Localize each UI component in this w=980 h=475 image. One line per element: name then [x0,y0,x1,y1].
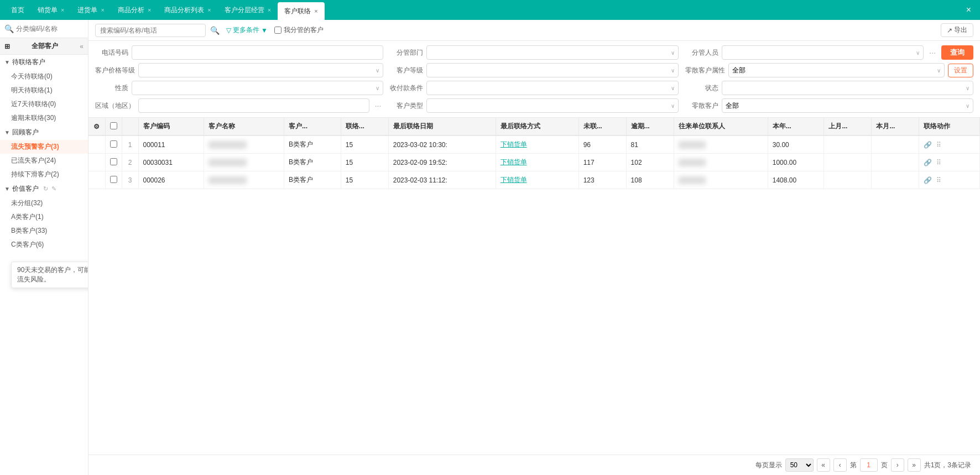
sidebar-item-unsegmented[interactable]: 未分组(32) [0,196,88,210]
sidebar-search-input[interactable] [16,25,88,33]
zero-retail-attr-label: 零散客户属性 [685,66,725,75]
query-button[interactable]: 查询 [941,45,973,60]
contact-icon[interactable]: 🔗 [924,141,932,149]
my-customers-checkbox[interactable] [274,27,282,34]
dept-select[interactable]: ∨ [426,45,678,60]
last-method-link[interactable]: 下销货单 [501,176,527,184]
tab-analysis-list-close[interactable]: × [207,7,211,13]
filter-row-customer-tier: 客户等级 ∨ [390,63,678,77]
row-checkbox-cell[interactable] [105,135,122,154]
col-last-method[interactable]: 最后联络方式 [496,118,578,135]
settings-button[interactable]: 设置 [948,64,973,77]
tab-customer-tier-close[interactable]: × [268,7,271,13]
sidebar-item-keep-down[interactable]: 持续下滑客户(2) [0,168,88,181]
sidebar-item-lost-warning[interactable]: 流失预警客户(3) [0,140,88,154]
tab-sales-close[interactable]: × [61,7,64,13]
row-checkbox[interactable] [110,140,117,148]
prev-page-button[interactable]: ‹ [833,458,847,472]
tab-customer-contact-close[interactable]: × [314,8,317,14]
tab-analysis[interactable]: 商品分析 × [111,0,158,20]
col-type[interactable]: 客户... [284,118,341,135]
col-uncontacted[interactable]: 未联... [578,118,626,135]
first-page-button[interactable]: « [817,458,830,472]
col-action: 联络动作 [919,118,980,135]
tab-customer-contact[interactable]: 客户联络 × [278,2,324,20]
region-more-icon[interactable]: ··· [373,101,384,110]
region-select[interactable] [138,98,369,113]
tab-sales[interactable]: 销货单 × [31,0,71,20]
sidebar-item-today[interactable]: 今天待联络(0) [0,70,88,83]
contact-icon[interactable]: 🔗 [924,176,932,184]
sidebar-item-class-c[interactable]: C类客户(6) [0,238,88,252]
row-last-contact-method[interactable]: 下销货单 [496,135,578,154]
sidebar-item-class-b[interactable]: B类客户(33) [0,224,88,238]
row-checkbox-cell[interactable] [105,171,122,189]
price-tier-select[interactable]: ∨ [138,63,383,77]
col-contact[interactable]: 联络... [341,118,388,135]
filter-search-icon[interactable]: 🔍 [210,26,220,35]
col-overdue[interactable]: 逾期... [626,118,674,135]
row-last-contact-method[interactable]: 下销货单 [496,154,578,171]
col-unit-contact[interactable]: 往来单位联系人 [674,118,768,135]
filter-row-customer-type: 客户类型 ∨ [390,98,678,113]
tab-home[interactable]: 首页 [4,0,31,20]
tab-analysis-close[interactable]: × [148,7,151,13]
gender-select[interactable]: ∨ [132,81,383,95]
col-this-month[interactable]: 本月... [872,118,919,135]
window-close-button[interactable]: × [962,5,976,15]
col-settings[interactable]: ⚙ [88,118,105,135]
sidebar-collapse-icon[interactable]: « [80,43,84,50]
status-select[interactable]: ∨ [722,81,973,95]
col-checkbox[interactable] [105,118,122,135]
tab-purchase[interactable]: 进货单 × [71,0,111,20]
filter-search-input[interactable] [95,24,206,37]
col-last-date[interactable]: 最后联络日期 [388,118,496,135]
row-checkbox[interactable] [110,158,117,165]
sidebar-group-lost[interactable]: ▼ 回顾客户 [0,125,88,140]
row-checkbox-cell[interactable] [105,154,122,171]
tab-customer-tier[interactable]: 客户分层经营 × [218,0,278,20]
sidebar-item-overdue[interactable]: 逾期未联络(30) [0,111,88,125]
sidebar-all-customers[interactable]: ⊞ 全部客户 « [0,38,88,55]
tab-purchase-close[interactable]: × [101,7,104,13]
last-page-button[interactable]: » [908,458,921,472]
sidebar-item-class-a[interactable]: A类客户(1) [0,210,88,224]
export-button[interactable]: ↗ 导出 [941,23,973,37]
row-last-contact-method[interactable]: 下销货单 [496,171,578,189]
sidebar-group-pending[interactable]: ▼ 待联络客户 [0,55,88,70]
next-page-button[interactable]: › [891,458,904,472]
sidebar-item-7days[interactable]: 近7天待联络(0) [0,97,88,111]
col-code[interactable]: 客户编码 [138,118,204,135]
more-actions-icon[interactable]: ⠿ [936,176,941,184]
more-actions-icon[interactable]: ⠿ [936,141,941,149]
row-checkbox[interactable] [110,176,117,183]
customer-type-select[interactable]: ∨ [426,98,678,113]
select-all-checkbox[interactable] [110,122,117,129]
customer-tier-select[interactable]: ∨ [426,63,678,77]
sidebar-item-tomorrow[interactable]: 明天待联络(1) [0,83,88,97]
per-page-select[interactable]: 50 100 [785,458,814,472]
col-this-year[interactable]: 本年... [768,118,824,135]
row-last-contact-date: 2023-02-03 11:12: [388,171,496,189]
manager-select[interactable]: ∨ [722,45,924,60]
sidebar-item-already-lost[interactable]: 已流失客户(24) [0,154,88,168]
col-last-month[interactable]: 上月... [824,118,872,135]
more-conditions-button[interactable]: ▽ 更多条件 ▼ [224,24,270,36]
manager-more-icon[interactable]: ··· [927,48,938,57]
tab-analysis-list[interactable]: 商品分析列表 × [158,0,217,20]
page-number-input[interactable] [860,458,878,472]
filter-row-status: 状态 ∨ [685,81,973,95]
zero-retail-select[interactable]: 全部 ∨ [722,98,973,113]
col-name[interactable]: 客户名称 [204,118,284,135]
phone-input[interactable] [132,45,383,60]
more-actions-icon[interactable]: ⠿ [936,159,941,166]
contact-icon[interactable]: 🔗 [924,159,932,166]
sidebar: 🔍 ⊞ 全部客户 « ▼ 待联络客户 今天待联络(0) 明天待联络(1) 近7天… [0,20,88,475]
last-method-link[interactable]: 下销货单 [501,140,527,148]
last-method-link[interactable]: 下销货单 [501,158,527,166]
payment-select[interactable]: ∨ [426,81,678,95]
my-customers-checkbox-label[interactable]: 我分管的客户 [274,25,324,35]
sidebar-group-value[interactable]: ▼ 价值客户 ↻ ✎ [0,181,88,196]
zero-retail-attr-select[interactable]: 全部 ∨ [728,63,945,77]
row-type: B类客户 [284,171,341,189]
